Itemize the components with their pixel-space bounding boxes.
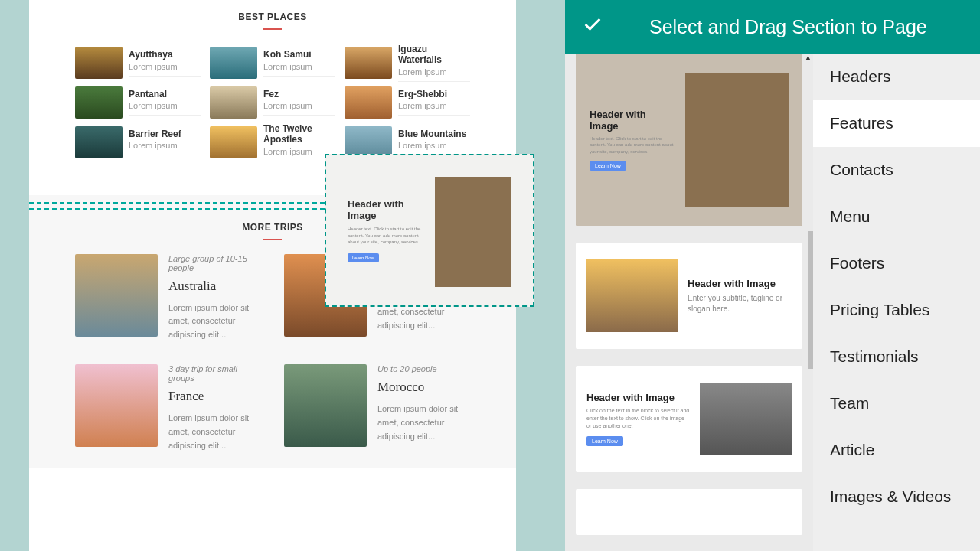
ghost-button: Learn Now bbox=[348, 253, 379, 262]
trip-card[interactable]: Large group of 10-15 peopleAustraliaLore… bbox=[75, 254, 261, 342]
place-sub: Lorem ipsum bbox=[398, 101, 470, 110]
ghost-image bbox=[435, 177, 511, 287]
preview-sub: Header text. Click to start to edit the … bbox=[590, 135, 676, 155]
place-card[interactable]: The Twelve ApostlesLorem ipsum bbox=[210, 123, 335, 161]
place-thumb bbox=[75, 126, 122, 158]
category-testimonials[interactable]: Testimonials bbox=[813, 334, 980, 380]
category-column: Headers Features Contacts Menu Footers P… bbox=[813, 54, 980, 551]
category-team[interactable]: Team bbox=[813, 380, 980, 427]
preview-title: Header with Image bbox=[586, 392, 691, 403]
place-name: Barrier Reef bbox=[129, 129, 201, 139]
preview-sub: Click on the text in the block to select… bbox=[586, 407, 691, 429]
place-thumb bbox=[210, 86, 257, 119]
trip-desc: Lorem ipsum dolor sit amet, consectetur … bbox=[377, 403, 470, 443]
trip-thumb bbox=[284, 364, 367, 447]
heading-underline bbox=[263, 28, 282, 30]
place-card[interactable]: Erg-ShebbiLorem ipsum bbox=[345, 86, 470, 119]
trip-thumb bbox=[75, 254, 158, 337]
preview-button: Learn Now bbox=[586, 436, 623, 446]
preview-card[interactable]: Header with ImageHeader text. Click to s… bbox=[576, 54, 802, 226]
place-thumb bbox=[210, 126, 257, 158]
place-thumb bbox=[345, 86, 392, 119]
category-features[interactable]: Features bbox=[813, 100, 980, 147]
check-icon[interactable] bbox=[582, 14, 603, 41]
place-name: The Twelve Apostles bbox=[263, 123, 335, 145]
preview-card[interactable] bbox=[576, 489, 802, 535]
category-images-videos[interactable]: Images & Videos bbox=[813, 474, 980, 520]
place-name: Blue Mountains bbox=[398, 129, 470, 139]
place-card[interactable]: Iguazu WaterfallsLorem ipsum bbox=[345, 44, 470, 82]
places-grid: AyutthayaLorem ipsum Koh SamuiLorem ipsu… bbox=[75, 44, 470, 161]
place-sub: Lorem ipsum bbox=[129, 101, 201, 110]
preview-title: Header with Image bbox=[688, 278, 792, 289]
place-card[interactable]: Koh SamuiLorem ipsum bbox=[210, 44, 335, 82]
place-card[interactable]: AyutthayaLorem ipsum bbox=[75, 44, 201, 82]
section-panel: Select and Drag Section to Page ▲ Header… bbox=[565, 0, 980, 551]
place-sub: Lorem ipsum bbox=[398, 141, 470, 150]
preview-button: Learn Now bbox=[590, 161, 626, 171]
category-pricing-tables[interactable]: Pricing Tables bbox=[813, 287, 980, 334]
place-sub: Lorem ipsum bbox=[263, 101, 335, 110]
trip-meta: Up to 20 people bbox=[377, 364, 470, 373]
preview-title: Header with Image bbox=[590, 109, 676, 132]
trip-thumb bbox=[75, 364, 158, 447]
place-name: Iguazu Waterfalls bbox=[398, 44, 470, 66]
heading-underline bbox=[263, 239, 282, 240]
preview-column[interactable]: ▲ Header with ImageHeader text. Click to… bbox=[565, 54, 813, 551]
category-article[interactable]: Article bbox=[813, 427, 980, 474]
place-name: Pantanal bbox=[129, 89, 201, 99]
place-name: Ayutthaya bbox=[129, 49, 201, 60]
ghost-subtitle: Header text. Click to start to edit the … bbox=[348, 226, 423, 245]
category-headers[interactable]: Headers bbox=[813, 54, 980, 100]
section-heading: BEST PLACES bbox=[75, 0, 470, 22]
place-sub: Lorem ipsum bbox=[129, 141, 201, 150]
place-sub: Lorem ipsum bbox=[263, 62, 335, 71]
trip-meta: 3 day trip for small groups bbox=[168, 364, 261, 383]
preview-image bbox=[586, 259, 678, 332]
place-name: Fez bbox=[263, 89, 335, 99]
trip-meta: Large group of 10-15 people bbox=[168, 254, 261, 272]
drag-ghost[interactable]: Header with Image Header text. Click to … bbox=[325, 154, 534, 307]
place-thumb bbox=[75, 86, 122, 119]
trip-title: Australia bbox=[168, 279, 261, 294]
trip-desc: Lorem ipsum dolor sit amet, consectetur … bbox=[168, 302, 261, 342]
trip-card[interactable]: Up to 20 peopleMoroccoLorem ipsum dolor … bbox=[284, 364, 470, 452]
place-card[interactable]: Barrier ReefLorem ipsum bbox=[75, 123, 201, 161]
scroll-up-icon[interactable]: ▲ bbox=[805, 54, 812, 61]
place-card[interactable]: FezLorem ipsum bbox=[210, 86, 335, 119]
scrollbar-thumb[interactable] bbox=[808, 231, 813, 369]
place-name: Koh Samui bbox=[263, 49, 335, 60]
preview-card[interactable]: Header with ImageEnter you subtitle, tag… bbox=[576, 243, 802, 349]
place-name: Erg-Shebbi bbox=[398, 89, 470, 99]
trip-title: France bbox=[168, 389, 261, 404]
ghost-title: Header with Image bbox=[348, 198, 423, 221]
trip-desc: Lorem ipsum dolor sit amet, consectetur … bbox=[168, 412, 261, 452]
trip-title: Morocco bbox=[377, 380, 470, 395]
place-sub: Lorem ipsum bbox=[398, 67, 470, 77]
category-contacts[interactable]: Contacts bbox=[813, 147, 980, 194]
preview-image bbox=[700, 383, 792, 455]
place-sub: Lorem ipsum bbox=[129, 62, 201, 71]
trip-card[interactable]: 3 day trip for small groupsFranceLorem i… bbox=[75, 364, 261, 452]
preview-image bbox=[685, 73, 789, 207]
preview-card[interactable]: Header with ImageClick on the text in th… bbox=[576, 366, 802, 472]
panel-header: Select and Drag Section to Page bbox=[565, 0, 980, 54]
category-footers[interactable]: Footers bbox=[813, 240, 980, 287]
place-thumb bbox=[75, 47, 122, 79]
category-menu[interactable]: Menu bbox=[813, 194, 980, 240]
place-card[interactable]: PantanalLorem ipsum bbox=[75, 86, 201, 119]
panel-title: Select and Drag Section to Page bbox=[649, 16, 927, 38]
place-thumb bbox=[345, 47, 392, 79]
place-thumb bbox=[210, 47, 257, 79]
preview-sub: Enter you subtitle, tagline or slogan he… bbox=[688, 293, 792, 315]
